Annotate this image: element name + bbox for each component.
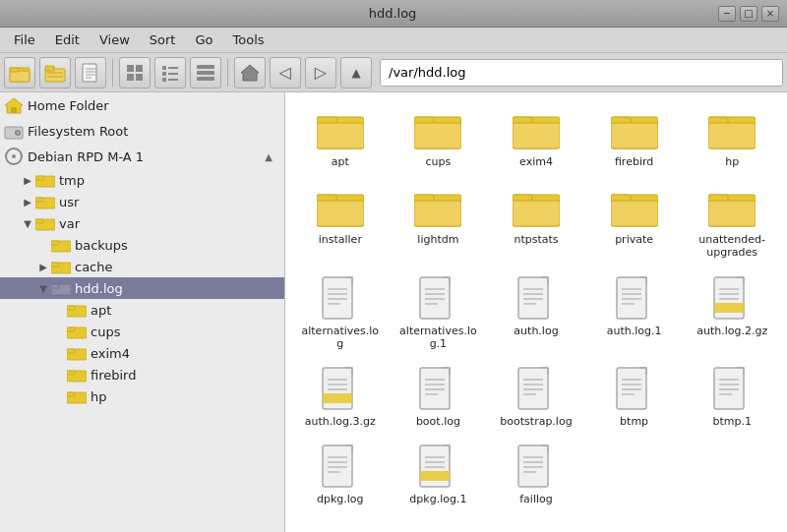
close-button[interactable]: × (761, 6, 779, 22)
file-item-ntpstats[interactable]: ntpstats (489, 178, 583, 265)
folder-icon-exim4-large (513, 106, 560, 153)
menu-go[interactable]: Go (185, 30, 222, 50)
file-label-bootstrap-log: bootstrap.log (500, 415, 572, 428)
folder-icon-firebird-large (611, 106, 658, 153)
expander-tmp[interactable]: ▶ (20, 172, 35, 188)
file-item-private[interactable]: private (587, 178, 682, 265)
sidebar-item-usr[interactable]: ▶ usr (0, 191, 284, 212)
sidebar-home-label: Home Folder (28, 98, 109, 113)
file-item-btmp[interactable]: btmp (587, 360, 682, 434)
expander-cache[interactable]: ▶ (35, 259, 51, 274)
svg-rect-34 (35, 176, 43, 180)
svg-point-32 (12, 154, 16, 158)
file-item-hp[interactable]: hp (685, 100, 779, 174)
file-item-alternatives-log-1[interactable]: alternatives.log.1 (392, 269, 486, 356)
expander-hp[interactable] (51, 388, 67, 404)
folder-icon-tmp (35, 172, 55, 188)
sidebar-item-home[interactable]: Home Folder (0, 92, 284, 118)
toolbar-view-details[interactable] (190, 57, 221, 89)
file-item-auth-log-1[interactable]: auth.log.1 (587, 269, 682, 356)
toolbar-properties[interactable] (75, 57, 106, 89)
toolbar-view-list[interactable] (154, 57, 186, 89)
svg-rect-44 (51, 284, 59, 288)
file-item-auth-log-3-gz[interactable]: auth.log.3.gz (293, 360, 388, 434)
menu-edit[interactable]: Edit (45, 30, 90, 50)
file-item-boot-log[interactable]: boot.log (392, 360, 486, 434)
expand-icon: ▲ (265, 151, 272, 162)
svg-rect-81 (611, 201, 658, 226)
minimize-button[interactable]: − (718, 6, 736, 22)
sidebar-item-debian[interactable]: Debian RPD M-A 1 ▲ (0, 144, 284, 169)
svg-rect-111 (323, 393, 352, 403)
toolbar-view-icons[interactable] (119, 57, 151, 89)
address-bar[interactable]: /var/hdd.log (380, 59, 783, 87)
toolbar-new-folder[interactable] (4, 57, 35, 89)
sidebar-item-cache[interactable]: ▶ cache (0, 256, 284, 277)
svg-rect-75 (414, 201, 461, 226)
file-item-dpkg-log[interactable]: dpkg.log (293, 438, 388, 511)
expander-cups[interactable] (51, 324, 67, 339)
menu-sort[interactable]: Sort (140, 30, 186, 50)
toolbar-up[interactable]: ▲ (340, 57, 372, 89)
file-item-cups[interactable]: cups (392, 100, 486, 174)
file-label-boot-log: boot.log (416, 415, 460, 428)
sidebar-item-hp[interactable]: hp (0, 385, 284, 407)
file-item-alternatives-log[interactable]: alternatives.log (293, 269, 388, 356)
expander-firebird[interactable] (51, 367, 67, 383)
svg-rect-63 (513, 123, 560, 148)
maximize-button[interactable]: □ (740, 6, 757, 22)
expander-exim4[interactable] (51, 345, 67, 361)
file-item-apt[interactable]: apt (293, 100, 388, 174)
expander-var[interactable]: ▼ (20, 215, 35, 231)
folder-icon-cups-large (414, 106, 461, 153)
doc-icon-btmp-1 (708, 366, 756, 413)
sidebar-item-cups[interactable]: cups (0, 321, 284, 342)
sidebar-item-exim4[interactable]: exim4 (0, 342, 284, 364)
toolbar-back[interactable]: ◁ (270, 57, 301, 89)
file-item-btmp-1[interactable]: btmp.1 (685, 360, 779, 434)
sidebar-item-hdd-log[interactable]: ▼ hdd.log (0, 277, 284, 299)
file-item-dpkg-log-1[interactable]: dpkg.log.1 (392, 438, 486, 511)
file-label-private: private (615, 233, 653, 246)
toolbar-home[interactable] (234, 57, 266, 89)
svg-rect-19 (168, 73, 178, 75)
sidebar-item-filesystem[interactable]: Filesystem Root (0, 118, 284, 144)
address-text: /var/hdd.log (389, 65, 465, 80)
file-panel: apt cups (285, 92, 787, 532)
file-item-auth-log-2-gz[interactable]: auth.log.2.gz (685, 269, 779, 356)
toolbar-forward[interactable]: ▷ (305, 57, 336, 89)
sidebar-backups-label: backups (75, 238, 128, 253)
svg-rect-38 (35, 219, 43, 223)
sidebar-var-label: var (59, 216, 80, 231)
sidebar-item-tmp[interactable]: ▶ tmp (0, 169, 284, 191)
folder-icon-backups (51, 237, 71, 253)
sidebar-item-backups[interactable]: backups (0, 234, 284, 256)
svg-rect-120 (518, 368, 548, 409)
menu-view[interactable]: View (90, 30, 140, 50)
toolbar-open[interactable] (39, 57, 71, 89)
svg-rect-100 (617, 277, 646, 319)
file-item-faillog[interactable]: faillog (489, 438, 583, 511)
file-item-exim4[interactable]: exim4 (489, 100, 583, 174)
menu-tools[interactable]: Tools (223, 30, 274, 50)
sidebar-item-apt[interactable]: apt (0, 299, 284, 321)
expander-usr[interactable]: ▶ (20, 194, 35, 209)
expander-backups[interactable] (35, 237, 51, 253)
file-item-firebird[interactable]: firebird (587, 100, 682, 174)
sidebar-item-firebird[interactable]: firebird (0, 364, 284, 385)
svg-rect-69 (708, 123, 756, 148)
expander-apt[interactable] (51, 302, 67, 318)
file-item-unattended-upgrades[interactable]: unattended-upgrades (685, 178, 779, 265)
menu-file[interactable]: File (4, 30, 45, 50)
file-item-installer[interactable]: installer (293, 178, 388, 265)
file-item-bootstrap-log[interactable]: bootstrap.log (489, 360, 583, 434)
file-item-lightdm[interactable]: lightdm (392, 178, 486, 265)
svg-rect-7 (83, 64, 96, 82)
file-item-auth-log[interactable]: auth.log (489, 269, 583, 356)
window-controls[interactable]: − □ × (718, 6, 779, 22)
file-label-apt: apt (332, 155, 349, 168)
sidebar-item-var[interactable]: ▼ var (0, 212, 284, 234)
expander-hdd-log[interactable]: ▼ (35, 280, 51, 296)
sidebar-cups-label: cups (91, 325, 120, 339)
sidebar-apt-label: apt (91, 303, 111, 318)
